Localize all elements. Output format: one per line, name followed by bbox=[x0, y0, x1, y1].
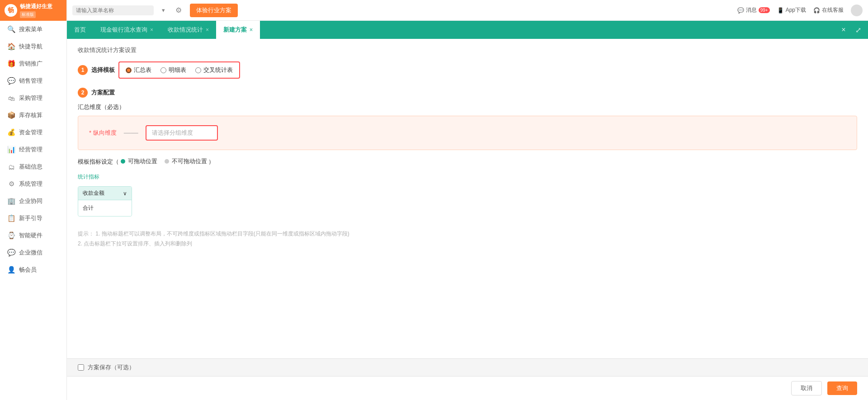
save-label: 方案保存（可选） bbox=[88, 363, 135, 372]
non-draggable-dot bbox=[165, 159, 169, 164]
stats-box-chevron: ∨ bbox=[123, 190, 127, 197]
sidebar-item-weixin[interactable]: 💬 企业微信 bbox=[0, 244, 66, 261]
config-section: 汇总维度（必选） * 纵向维度 —— 请选择分组维度 bbox=[78, 103, 857, 249]
sidebar-item-label: 智能硬件 bbox=[19, 231, 42, 240]
metrics-section: 模板指标设定（ 可拖动位置 不可拖动位置 ） bbox=[78, 157, 857, 249]
sidebar-item-label: 营销推广 bbox=[19, 60, 42, 68]
step1-badge: 1 bbox=[78, 65, 88, 75]
page-title: 收款情况统计方案设置 bbox=[78, 46, 857, 54]
sidebar-item-inventory[interactable]: 📦 库存核算 bbox=[0, 107, 66, 124]
user-icon: 👤 bbox=[7, 266, 15, 274]
metrics-header: 模板指标设定（ 可拖动位置 不可拖动位置 ） bbox=[78, 157, 857, 166]
dimension-selector[interactable]: 请选择分组维度 bbox=[146, 125, 218, 141]
trial-button[interactable]: 体验行业方案 bbox=[190, 4, 238, 17]
tab-bank[interactable]: 现金银行流水查询 × bbox=[93, 21, 160, 39]
settings-button[interactable]: ⚙ bbox=[173, 5, 184, 16]
sidebar-item-sales[interactable]: 💬 销售管理 bbox=[0, 72, 66, 89]
dimension-arrow: —— bbox=[124, 129, 138, 137]
draggable-label: 可拖动位置 bbox=[128, 157, 157, 165]
tab-receipts-label: 收款情况统计 bbox=[168, 26, 203, 34]
user-avatar[interactable] bbox=[851, 5, 863, 16]
draggable-dot bbox=[121, 159, 125, 164]
sidebar-item-marketing[interactable]: 🎁 营销推广 bbox=[0, 55, 66, 72]
sidebar-item-purchase[interactable]: 🛍 采购管理 bbox=[0, 89, 66, 107]
tips-section: 提示： 1. 拖动标题栏可以调整布局，不可跨维度或指标区域拖动栏目字段(只能在同… bbox=[78, 229, 857, 249]
tab-receipts[interactable]: 收款情况统计 × bbox=[160, 21, 216, 39]
sidebar-item-label: 销售管理 bbox=[19, 77, 42, 85]
option-detail-label: 明细表 bbox=[169, 66, 186, 74]
top-header: ▾ ⚙ 体验行业方案 💬 消息 99+ 📱 App下载 🎧 在线客服 bbox=[67, 0, 868, 21]
step1-title: 选择模板 bbox=[91, 66, 115, 74]
notification-label: 消息 bbox=[746, 6, 757, 14]
sidebar-item-system[interactable]: ⚙ 系统管理 bbox=[0, 175, 66, 193]
gear-icon: ⚙ bbox=[7, 180, 15, 188]
sidebar-item-enterprise[interactable]: 🏢 企业协同 bbox=[0, 193, 66, 210]
sidebar-item-quicknav[interactable]: 🏠 快捷导航 bbox=[0, 38, 66, 55]
tab-bar: 首页 现金银行流水查询 × 收款情况统计 × 新建方案 × × ⤢ bbox=[67, 21, 868, 39]
option-crosstab[interactable]: 交叉统计表 bbox=[195, 66, 233, 74]
sidebar-item-label: 新手引导 bbox=[19, 214, 42, 222]
sidebar-item-label: 畅会员 bbox=[19, 266, 37, 274]
radio-crosstab[interactable] bbox=[195, 67, 201, 73]
sidebar-item-label: 快捷导航 bbox=[19, 42, 42, 51]
window-expand-button[interactable]: ⤢ bbox=[852, 24, 864, 36]
building-icon: 🏢 bbox=[7, 197, 15, 205]
service-icon: 🎧 bbox=[813, 7, 820, 14]
query-button[interactable]: 查询 bbox=[827, 381, 857, 395]
stats-box-body: 合计 bbox=[78, 200, 132, 216]
sidebar-item-label: 搜索菜单 bbox=[19, 25, 42, 33]
tab-receipts-close[interactable]: × bbox=[206, 27, 209, 33]
folder-icon: 🗂 bbox=[7, 163, 15, 171]
sidebar-item-basicinfo[interactable]: 🗂 基础信息 bbox=[0, 158, 66, 175]
cancel-button[interactable]: 取消 bbox=[791, 381, 822, 395]
sidebar-item-operations[interactable]: 📊 经营管理 bbox=[0, 141, 66, 158]
sidebar-item-finance[interactable]: 💰 资金管理 bbox=[0, 124, 66, 141]
radio-detail[interactable] bbox=[160, 67, 166, 73]
stats-box-header[interactable]: 收款金额 ∨ bbox=[78, 187, 132, 200]
tab-home[interactable]: 首页 bbox=[67, 21, 93, 39]
save-checkbox[interactable] bbox=[78, 364, 84, 371]
header-right: 💬 消息 99+ 📱 App下载 🎧 在线客服 bbox=[737, 5, 863, 16]
stats-section-label: 统计指标 bbox=[78, 173, 857, 181]
page-inner: 收款情况统计方案设置 1 选择模板 汇总表 明细表 bbox=[67, 39, 868, 358]
main-area: ▾ ⚙ 体验行业方案 💬 消息 99+ 📱 App下载 🎧 在线客服 首页 bbox=[67, 0, 868, 400]
option-summary[interactable]: 汇总表 bbox=[126, 66, 151, 74]
dropdown-button[interactable]: ▾ bbox=[157, 5, 169, 16]
bag-icon: 🛍 bbox=[7, 94, 15, 102]
option-detail[interactable]: 明细表 bbox=[160, 66, 186, 74]
dimension-section-title: 汇总维度（必选） bbox=[78, 103, 857, 111]
sidebar-item-smarthw[interactable]: ⌚ 智能硬件 bbox=[0, 227, 66, 244]
step2-header: 2 方案配置 bbox=[78, 88, 857, 98]
logo-icon: 畅 bbox=[5, 4, 17, 17]
notification-item[interactable]: 💬 消息 99+ bbox=[737, 6, 770, 14]
page-content: 收款情况统计方案设置 1 选择模板 汇总表 明细表 bbox=[67, 39, 868, 400]
metrics-header-text: 模板指标设定（ 可拖动位置 不可拖动位置 ） bbox=[78, 157, 214, 166]
box-icon: 📦 bbox=[7, 111, 15, 119]
radio-summary[interactable] bbox=[126, 67, 132, 73]
tip-line-2: 2. 点击标题栏下拉可设置排序、插入列和删除列 bbox=[78, 239, 857, 249]
sidebar-item-newbie[interactable]: 📋 新手引导 bbox=[0, 210, 66, 227]
option-crosstab-label: 交叉统计表 bbox=[203, 66, 233, 74]
sidebar-item-member[interactable]: 👤 畅会员 bbox=[0, 261, 66, 278]
tab-bank-close[interactable]: × bbox=[150, 27, 153, 33]
tab-bank-label: 现金银行流水查询 bbox=[100, 26, 147, 34]
app-download-item[interactable]: 📱 App下载 bbox=[777, 6, 806, 14]
dimension-row: * 纵向维度 —— 请选择分组维度 bbox=[89, 125, 846, 141]
online-service-item[interactable]: 🎧 在线客服 bbox=[813, 6, 844, 14]
page-footer: 方案保存（可选） bbox=[67, 358, 868, 376]
step2-badge: 2 bbox=[78, 88, 88, 98]
tab-newplan[interactable]: 新建方案 × bbox=[216, 21, 260, 39]
dimension-placeholder: 请选择分组维度 bbox=[152, 129, 193, 136]
window-close-button[interactable]: × bbox=[837, 24, 850, 36]
search-icon: 🔍 bbox=[7, 25, 15, 33]
app-download-label: App下载 bbox=[786, 6, 806, 14]
sidebar-item-search[interactable]: 🔍 搜索菜单 bbox=[0, 21, 66, 38]
sidebar-item-label: 资金管理 bbox=[19, 128, 42, 136]
tab-newplan-close[interactable]: × bbox=[250, 27, 253, 33]
sidebar-item-label: 库存核算 bbox=[19, 111, 42, 119]
non-draggable-label: 不可拖动位置 bbox=[172, 157, 207, 165]
search-input[interactable] bbox=[72, 5, 154, 15]
bottom-bar: 取消 查询 bbox=[67, 376, 868, 400]
sales-icon: 💬 bbox=[7, 77, 15, 85]
sidebar-item-label: 采购管理 bbox=[19, 94, 42, 102]
